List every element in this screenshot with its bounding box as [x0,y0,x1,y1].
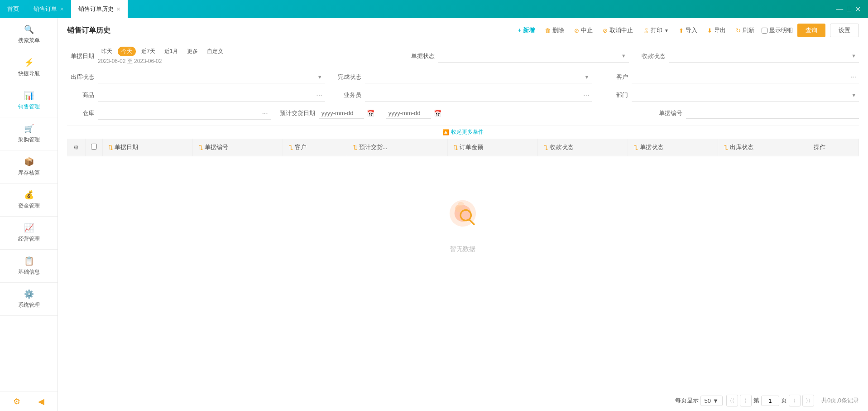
delivery-date-to[interactable] [386,108,431,119]
cancel-suspend-icon: ⊘ [603,27,608,34]
delivery-date-from[interactable] [319,108,364,119]
payment-status-select[interactable]: ▼ [669,50,859,63]
next-page-btn[interactable]: ⟩ [789,395,801,406]
date-tab-custom[interactable]: 自定义 [203,47,227,56]
col-checkbox[interactable] [85,139,102,156]
col-payment-status[interactable]: ⇅ 收款状态 [538,139,628,156]
tab-home-label: 首页 [7,5,19,13]
page-number-input[interactable] [761,396,779,406]
bill-status-arrow: ▼ [621,53,626,58]
select-all-checkbox[interactable] [91,144,97,150]
warehouse-dots[interactable]: ··· [262,109,268,117]
sidebar-item-inventory-label: 库存核算 [18,169,40,177]
goods-select[interactable]: ··· [98,89,325,102]
empty-state-illustration [440,193,485,238]
tab-sales-order-close[interactable]: ✕ [60,6,64,12]
delivery-date-inputs: 📅 — 📅 [319,108,647,119]
collapse-icon: 🔼 [442,129,449,135]
bill-number-input[interactable] [686,108,859,119]
col-order-amount[interactable]: ⇅ 订单金额 [448,139,538,156]
export-button[interactable]: ⬇ 导出 [705,24,729,36]
complete-status-select[interactable]: ▼ [365,71,592,83]
sort-icon-amount: ⇅ [453,144,458,151]
delivery-date-from-icon[interactable]: 📅 [367,110,374,117]
sidebar-item-search-menu-label: 搜索菜单 [18,37,40,44]
import-button[interactable]: ⬆ 导入 [676,24,700,36]
query-button[interactable]: 查询 [797,24,825,37]
delivery-date-to-icon[interactable]: 📅 [434,110,441,117]
tab-home[interactable]: 首页 [0,0,26,18]
sidebar-bottom: ⚙ ◀ [0,392,58,411]
sidebar-item-system[interactable]: ⚙️ 系统管理 [0,283,58,316]
prev-page-btn[interactable]: ⟨ [740,395,752,406]
filter-bill-status: 单据状态 ▼ [408,50,628,63]
sort-icon-out-status: ⇅ [724,144,729,151]
date-tab-1month[interactable]: 近1月 [161,47,182,56]
sidebar-item-finance[interactable]: 💰 资金管理 [0,184,58,217]
show-detail-checkbox[interactable]: 显示明细 [762,26,793,34]
cancel-suspend-button[interactable]: ⊘ 取消中止 [600,24,636,36]
per-page-value-selector[interactable]: 50 ▼ [700,396,723,406]
date-tab-today[interactable]: 今天 [118,47,136,56]
first-page-btn[interactable]: ⟨⟨ [726,395,738,406]
page-title: 销售订单历史 [67,26,110,35]
sidebar: 🔍 搜索菜单 ⚡ 快捷导航 📊 销售管理 🛒 采购管理 📦 库存核算 💰 资金管… [0,18,58,411]
sidebar-item-operations[interactable]: 📈 经营管理 [0,217,58,250]
goods-label: 商品 [67,91,94,99]
filter-row-4: 仓库 ··· 预计交货日期 📅 — 📅 [67,107,859,120]
sidebar-item-purchase-mgmt[interactable]: 🛒 采购管理 [0,117,58,150]
col-out-status[interactable]: ⇅ 出库状态 [718,139,808,156]
close-btn[interactable]: ✕ [855,5,861,14]
date-tab-yesterday[interactable]: 昨天 [98,47,116,56]
customer-dots[interactable]: ··· [850,73,856,81]
print-button[interactable]: 🖨 打印 ▼ [640,24,671,36]
pagination-controls: ⟨⟨ ⟨ 第 页 ⟩ ⟩⟩ [726,395,814,406]
date-tab-7days[interactable]: 近7天 [138,47,159,56]
show-detail-label: 显示明细 [769,26,793,34]
date-label: 单据日期 [67,52,94,60]
col-delivery-date[interactable]: ⇅ 预计交货... [347,139,448,156]
collapse-sidebar-icon[interactable]: ◀ [38,396,44,406]
table-settings-icon[interactable]: ⚙ [73,144,79,151]
settings-bottom-icon[interactable]: ⚙ [13,396,20,406]
salesperson-dots[interactable]: ··· [583,91,589,99]
maximize-btn[interactable]: □ [847,5,851,13]
sidebar-item-inventory[interactable]: 📦 库存核算 [0,150,58,184]
tab-sales-order[interactable]: 销售订单 ✕ [26,0,71,18]
sidebar-item-sales-mgmt[interactable]: 📊 销售管理 [0,84,58,117]
show-detail-input[interactable] [762,28,767,34]
department-select[interactable]: ▼ [632,89,859,102]
bill-status-select[interactable]: ▼ [438,50,628,63]
tab-sales-order-history[interactable]: 销售订单历史 ✕ [71,0,128,18]
salesperson-select[interactable]: ··· [365,89,592,102]
col-bill-number[interactable]: ⇅ 单据编号 [192,139,283,156]
refresh-button[interactable]: ↻ 刷新 [733,24,757,36]
print-icon: 🖨 [643,27,649,34]
salesperson-label: 业务员 [334,91,361,99]
col-bill-date[interactable]: ⇅ 单据日期 [102,139,192,156]
col-customer[interactable]: ⇅ 客户 [283,139,347,156]
last-page-btn[interactable]: ⟩⟩ [802,395,814,406]
top-bar: 首页 销售订单 ✕ 销售订单历史 ✕ — □ ✕ [0,0,868,18]
collapse-filters-btn[interactable]: 🔼 收起更多条件 [67,125,859,139]
sidebar-item-purchase-mgmt-label: 采购管理 [18,136,40,144]
settings-button[interactable]: 设置 [830,24,859,37]
tab-sales-order-history-close[interactable]: ✕ [116,6,120,12]
col-settings[interactable]: ⚙ [67,139,85,156]
sidebar-item-quick-nav[interactable]: ⚡ 快捷导航 [0,51,58,84]
warehouse-select[interactable]: ··· [98,107,271,120]
delete-button[interactable]: 🗑 删除 [542,24,567,36]
window-controls: — □ ✕ [836,5,868,14]
sidebar-item-search-menu[interactable]: 🔍 搜索菜单 [0,18,58,51]
date-tab-more[interactable]: 更多 [183,47,201,56]
department-arrow: ▼ [851,92,856,98]
col-bill-status[interactable]: ⇅ 单据状态 [628,139,718,156]
goods-dots[interactable]: ··· [316,91,322,99]
customer-select[interactable]: ··· [632,71,859,83]
sort-icon-delivery: ⇅ [353,144,358,151]
new-button[interactable]: + 新增 [515,24,537,36]
sidebar-item-base-info[interactable]: 📋 基础信息 [0,250,58,283]
suspend-button[interactable]: ⊘ 中止 [571,24,595,36]
minimize-btn[interactable]: — [836,5,843,13]
out-status-select[interactable]: ▼ [98,71,325,83]
